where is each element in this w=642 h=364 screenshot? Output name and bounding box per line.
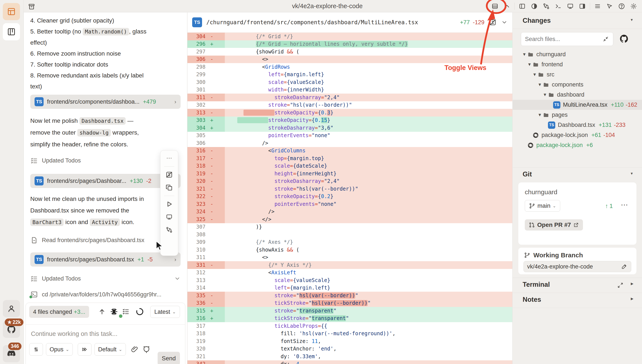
gear-icon[interactable] (629, 2, 638, 11)
diff-line[interactable]: 305 pointerEvents="none" (187, 132, 512, 140)
cat-icon[interactable] (142, 345, 151, 354)
diff-line[interactable]: 316+ tickStroke="transparent" (187, 315, 512, 322)
rail-kanban-button[interactable] (3, 23, 20, 40)
github-icon[interactable] (619, 34, 629, 43)
tree-file-package-lock.json[interactable]: package-lock.json+6 (513, 140, 642, 150)
terminal-prompt-icon[interactable] (554, 2, 563, 11)
tree-folder-frontend[interactable]: ▼frontend (513, 60, 642, 70)
diff-line[interactable]: 310 {showAxis && ( (187, 246, 512, 254)
settings-sliders-button[interactable] (29, 343, 43, 356)
panel-left-icon[interactable] (518, 2, 527, 11)
read-file-row[interactable]: Read frontend/src/pages/Dashboard.tsx (30, 236, 144, 244)
tree-file-Dashboard.tsx[interactable]: TSDashboard.tsx+131-233 (513, 120, 642, 130)
paperclip-icon[interactable] (131, 345, 139, 354)
menu-icon[interactable] (593, 2, 602, 11)
caret-down-icon[interactable]: ▼ (522, 52, 527, 57)
pointer-icon[interactable] (605, 2, 614, 11)
help-icon[interactable] (617, 2, 626, 11)
git-compare-icon[interactable] (163, 224, 175, 236)
tree-folder-churnguard[interactable]: ▼churnguard (513, 49, 642, 60)
diff-line[interactable]: 299 left={margin.left} (187, 71, 512, 78)
diff-line[interactable]: 323- pointerEvents="none" (187, 200, 512, 208)
caret-right-icon[interactable]: ▶ (631, 296, 633, 301)
caret-right-icon[interactable]: ▶ (631, 282, 633, 286)
diff-line[interactable]: 317 tickLabelProps={{ (187, 322, 512, 330)
diff-line[interactable]: 317- top={margin.top} (187, 154, 512, 162)
play-icon[interactable] (163, 198, 175, 210)
diff-line[interactable]: 316- <GridColumns (187, 147, 512, 155)
diff-z-icon[interactable] (163, 169, 175, 180)
file-change-chip[interactable]: TS frontend/src/pages/Dashboar... +130 -… (30, 174, 181, 188)
diff-line[interactable]: 296+ {/* Grid — horizontal lines only, v… (187, 40, 512, 48)
diff-line[interactable]: 322- strokeOpacity={0.2} (187, 193, 512, 200)
edit-pencil-icon[interactable] (621, 263, 627, 270)
message-input[interactable]: Continue working on this task... (31, 330, 118, 338)
caret-down-icon[interactable]: ▼ (543, 92, 548, 97)
up-arrow-icon[interactable] (98, 308, 106, 316)
diff-line[interactable]: 320- strokeDasharray="2,4" (187, 178, 512, 185)
caret-down-icon[interactable]: ▼ (532, 72, 538, 77)
diff-line[interactable]: 320 textAnchor: 'end', (187, 345, 512, 353)
diff-line[interactable]: 311- strokeDasharray="2,4" (187, 94, 512, 101)
diff-line[interactable]: 297 {showGrid && ( (187, 48, 512, 56)
diff-line[interactable]: 319- height={innerHeight} (187, 170, 512, 178)
diff-line[interactable]: 313 scale={valueScale} (187, 276, 512, 284)
toggle-views-icon[interactable] (490, 2, 499, 11)
chat-bubble-icon[interactable] (530, 2, 539, 11)
diff-line[interactable]: 331- {/* Y Axis */} (187, 261, 512, 269)
diff-line[interactable]: 315+ stroke="transparent" (187, 307, 512, 315)
diff-line[interactable]: 336- tickStroke="hsl(var(--border))" (187, 300, 512, 307)
diff-line[interactable]: 303+ strokeOpacity={0.15} (187, 116, 512, 124)
tree-folder-components[interactable]: ▼components (513, 80, 642, 90)
tree-file-package-lock.json[interactable]: package-lock.json+61-104 (513, 130, 642, 140)
git-compare-icon[interactable] (542, 2, 551, 11)
more-options-icon[interactable]: ⋯ (621, 200, 629, 209)
files-changed-chip[interactable]: 4 files changed +3... (29, 306, 89, 318)
terminal-command-row[interactable]: cd /private/var/folders/10/h7w0q46556ggr… (30, 290, 162, 298)
diff-line[interactable]: 304- {/* Grid */} (187, 32, 512, 40)
rail-account-button[interactable] (3, 300, 20, 317)
chevron-up-icon[interactable] (502, 2, 511, 11)
send-button[interactable]: Send (158, 352, 180, 364)
tree-file-MultiLineArea.tsx[interactable]: TSMultiLineArea.tsx+110-162 (513, 100, 642, 110)
diff-line[interactable]: 325- </> (187, 216, 512, 223)
diff-line[interactable]: 324- /> (187, 208, 512, 216)
diff-line[interactable]: 342- dx: -4, (187, 360, 512, 364)
file-change-chip[interactable]: TS frontend/src/pages/Dashboard.tsx +1 -… (30, 252, 181, 266)
diff-line[interactable]: 318 fill: 'hsl(var(--muted-foreground))'… (187, 330, 512, 338)
diff-line[interactable]: 311 <> (187, 254, 512, 262)
diff-line[interactable]: 308 (187, 231, 512, 238)
open-pr-button[interactable]: Open PR #7 (525, 219, 583, 230)
caret-down-icon[interactable]: ▼ (630, 172, 633, 176)
diff-line[interactable]: 335- stroke="hsl(var(--border))" (187, 292, 512, 300)
diff-line[interactable]: 300 scale={valueScale} (187, 78, 512, 86)
tree-folder-dashboard[interactable]: ▼dashboard (513, 90, 642, 100)
working-branch-field[interactable]: vk/4e2a-explore-the-code (523, 261, 631, 272)
search-input[interactable] (525, 36, 596, 42)
updated-todos-row[interactable]: Updated Todos (30, 157, 81, 164)
burst-icon[interactable] (110, 308, 118, 316)
model-dropdown[interactable]: Opus ⌄ (46, 343, 73, 356)
panel-right-icon[interactable] (578, 2, 587, 11)
caret-down-icon[interactable]: ▼ (527, 62, 532, 67)
monitor-icon[interactable] (566, 2, 575, 11)
diff-line[interactable]: 313- strokeOpacity={0.3} (187, 109, 512, 116)
collapse-icon[interactable] (602, 36, 609, 42)
caret-down-icon[interactable]: ▼ (630, 18, 633, 22)
version-dropdown[interactable]: Latest ⌄ (150, 306, 180, 318)
diff-line[interactable]: 301 width={innerWidth} (187, 86, 512, 94)
caret-down-icon[interactable]: ▼ (538, 112, 543, 118)
diff-line[interactable]: 306- <> (187, 56, 512, 63)
branch-dropdown[interactable]: main ⌄ (525, 200, 560, 212)
diff-line[interactable]: 319 fontSize: 11, (187, 338, 512, 345)
checklist-icon[interactable] (122, 308, 130, 315)
expand-icon[interactable] (617, 282, 623, 288)
diff-line[interactable]: 302 stroke="hsl(var(--border))" (187, 101, 512, 109)
chevron-down-icon[interactable] (174, 275, 181, 282)
diff-line[interactable]: 318- scale={dateScale} (187, 162, 512, 170)
diff-line[interactable]: 307 )} (187, 223, 512, 231)
archive-icon[interactable] (28, 2, 36, 11)
diff-line[interactable]: 314 left={margin.left} (187, 284, 512, 292)
tree-folder-pages[interactable]: ▼pages (513, 110, 642, 120)
fast-forward-button[interactable] (78, 343, 92, 356)
